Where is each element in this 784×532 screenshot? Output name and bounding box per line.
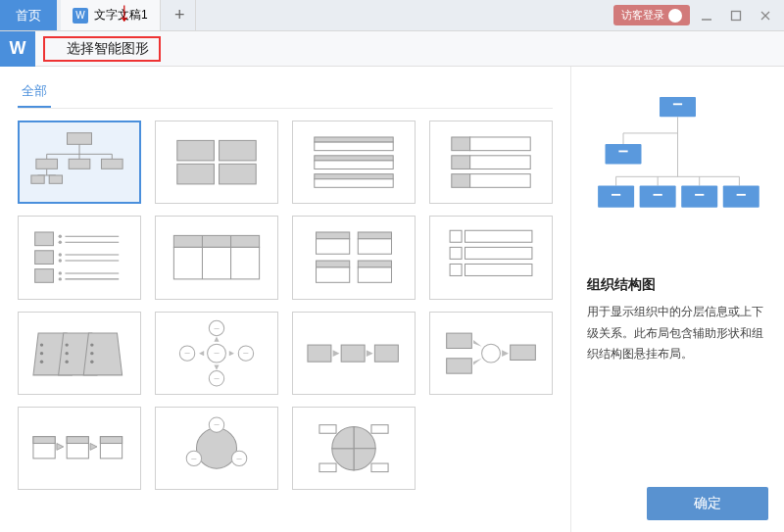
add-tab-button[interactable]: +: [165, 0, 196, 30]
thumb-radial-nodes[interactable]: —————: [155, 312, 278, 395]
close-button[interactable]: [753, 6, 778, 25]
svg-rect-4: [68, 133, 92, 145]
filter-tab-all[interactable]: 全部: [18, 76, 51, 108]
svg-rect-55: [317, 239, 350, 254]
svg-rect-10: [36, 159, 58, 169]
avatar-icon: [668, 9, 682, 23]
svg-rect-107: [33, 437, 55, 444]
svg-rect-38: [35, 251, 54, 265]
svg-rect-1: [732, 11, 741, 20]
svg-rect-26: [315, 179, 393, 188]
svg-rect-58: [317, 261, 350, 267]
svg-rect-96: [341, 345, 365, 362]
svg-point-78: [90, 351, 93, 354]
svg-point-76: [65, 360, 68, 363]
svg-marker-101: [473, 340, 482, 347]
svg-point-46: [59, 277, 62, 280]
svg-rect-54: [317, 232, 350, 239]
svg-rect-24: [315, 161, 393, 169]
svg-point-74: [65, 343, 68, 346]
svg-rect-56: [358, 232, 391, 239]
svg-point-73: [40, 360, 43, 363]
svg-point-72: [40, 351, 43, 354]
svg-rect-15: [31, 175, 44, 183]
svg-rect-63: [465, 231, 531, 243]
svg-rect-30: [470, 156, 531, 169]
thumb-circular-process[interactable]: ———: [155, 407, 278, 490]
template-gallery: ————— ———: [18, 121, 553, 490]
svg-rect-100: [447, 358, 472, 372]
thumb-table-layout[interactable]: [155, 216, 278, 299]
svg-rect-144: [723, 186, 760, 208]
svg-rect-28: [470, 137, 531, 151]
login-label: 访客登录: [621, 8, 664, 23]
svg-rect-67: [465, 265, 531, 276]
svg-rect-62: [450, 231, 462, 243]
svg-point-77: [90, 343, 93, 346]
svg-point-71: [40, 343, 43, 346]
preview-description: 用于显示组织中的分层信息或上下级关系。此布局包含辅助形状和组织结构图悬挂布局。: [587, 302, 768, 365]
annotation-arrow-icon: ↓: [118, 0, 131, 25]
svg-marker-88: [229, 351, 234, 356]
svg-marker-108: [57, 443, 64, 450]
maximize-button[interactable]: [723, 6, 749, 25]
home-tab[interactable]: 首页: [0, 0, 57, 30]
svg-point-36: [59, 241, 62, 244]
svg-rect-61: [358, 267, 391, 282]
svg-text:—: —: [214, 324, 220, 330]
svg-point-114: [196, 428, 236, 468]
thumb-column-pairs[interactable]: [292, 216, 416, 299]
thumb-stacked-list[interactable]: [292, 121, 416, 204]
svg-rect-140: [640, 186, 676, 208]
svg-rect-16: [49, 175, 62, 183]
svg-text:—: —: [214, 350, 220, 356]
preview-diagram: [587, 85, 768, 252]
app-badge-icon[interactable]: W: [0, 31, 35, 67]
thumb-step-cards[interactable]: [18, 407, 141, 490]
svg-rect-43: [35, 269, 54, 283]
svg-text:—: —: [237, 455, 243, 460]
svg-point-39: [59, 254, 62, 257]
svg-marker-111: [90, 443, 97, 450]
thumb-layered-cards[interactable]: [18, 312, 141, 395]
minimize-button[interactable]: [694, 6, 719, 25]
svg-rect-122: [371, 425, 388, 434]
title-bar: 首页 W 文字文稿1 ↓ + 访客登录: [0, 0, 784, 31]
svg-rect-12: [101, 159, 122, 169]
thumb-org-chart[interactable]: [18, 121, 141, 204]
thumb-icon-rows[interactable]: [429, 216, 553, 299]
thumb-converge-flow[interactable]: [429, 312, 553, 395]
thumb-horizontal-flow[interactable]: [292, 312, 416, 395]
svg-rect-60: [358, 261, 391, 267]
svg-rect-51: [173, 248, 259, 280]
dialog-title: 选择智能图形: [67, 40, 149, 56]
svg-rect-32: [470, 174, 531, 188]
svg-text:—: —: [191, 455, 197, 460]
svg-rect-29: [452, 156, 470, 169]
svg-point-34: [59, 235, 62, 238]
svg-text:—: —: [214, 421, 220, 427]
svg-rect-18: [220, 140, 257, 161]
svg-rect-25: [315, 174, 393, 179]
thumb-segmented-circle[interactable]: [292, 407, 416, 490]
confirm-button[interactable]: 确定: [647, 487, 768, 520]
thumb-block-grid[interactable]: [155, 121, 278, 204]
annotation-highlight: 选择智能图形: [43, 36, 161, 62]
svg-rect-64: [450, 248, 462, 260]
preview-pane: [587, 80, 768, 257]
svg-rect-142: [681, 186, 717, 208]
document-tab[interactable]: W 文字文稿1: [61, 0, 161, 30]
svg-rect-99: [447, 333, 472, 348]
window-controls: 访客登录: [613, 0, 784, 30]
preview-title: 组织结构图: [587, 276, 768, 294]
guest-login-button[interactable]: 访客登录: [613, 5, 690, 25]
svg-text:—: —: [243, 350, 249, 356]
svg-marker-95: [333, 350, 340, 357]
svg-rect-113: [100, 437, 122, 444]
svg-rect-17: [177, 140, 215, 161]
filter-tabs: 全部: [18, 76, 553, 109]
thumb-detail-list[interactable]: [18, 216, 141, 299]
svg-point-79: [90, 360, 93, 363]
thumb-banded-list[interactable]: [429, 121, 553, 204]
svg-rect-121: [319, 425, 336, 434]
